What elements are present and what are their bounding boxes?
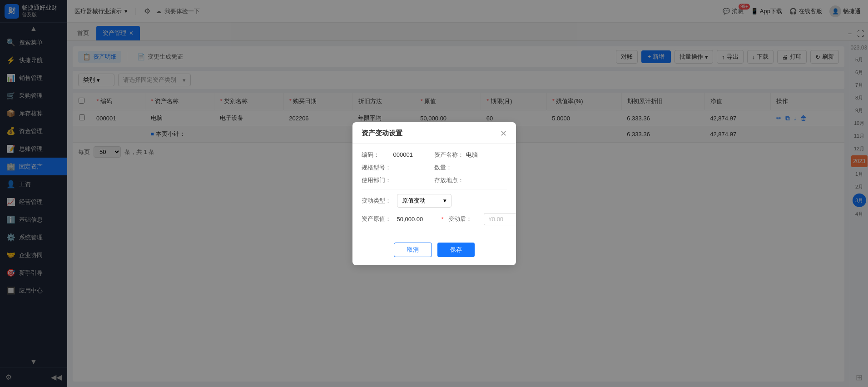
dialog-after-label: 变动后： <box>448 215 480 223</box>
dialog-cancel-btn[interactable]: 取消 <box>394 243 432 257</box>
dialog-change-type-row: 变动类型： 原值变动 ▾ <box>362 194 507 208</box>
dialog-close-btn[interactable]: ✕ <box>500 129 507 139</box>
dialog-divider <box>362 189 507 189</box>
dialog-change-type-select[interactable]: 原值变动 ▾ <box>397 194 451 208</box>
dialog-dept-label: 使用部门： <box>362 176 393 184</box>
dialog-footer: 取消 保存 <box>352 238 516 265</box>
dialog-location-label: 存放地点： <box>434 176 466 184</box>
dialog-name-label: 资产名称： <box>434 151 466 159</box>
dialog-value-row: 资产原值： 50,000.00 * 变动后： <box>362 213 507 225</box>
asset-change-dialog: 资产变动设置 ✕ 编码： 000001 资产名称： 电脑 规格型号： 数量： 使… <box>352 122 516 265</box>
dialog-original-value-display: 50,000.00 <box>397 216 438 223</box>
dialog-row-code: 编码： 000001 资产名称： 电脑 <box>362 151 507 159</box>
dialog-row-spec: 规格型号： 数量： <box>362 164 507 172</box>
dialog-save-btn[interactable]: 保存 <box>437 243 475 257</box>
dialog-spec-label: 规格型号： <box>362 164 393 172</box>
dialog-header: 资产变动设置 ✕ <box>352 122 516 144</box>
dialog-code-value: 000001 <box>393 151 434 158</box>
change-type-dropdown-icon: ▾ <box>443 197 446 204</box>
dialog-after-input[interactable] <box>484 213 516 225</box>
dialog-qty-label: 数量： <box>434 164 466 172</box>
dialog-after-required: * <box>441 216 444 223</box>
dialog-change-type-label: 变动类型： <box>362 197 393 205</box>
dialog-title: 资产变动设置 <box>362 129 402 138</box>
dialog-body: 编码： 000001 资产名称： 电脑 规格型号： 数量： 使用部门： 存放地点… <box>352 144 516 238</box>
dialog-name-value: 电脑 <box>466 151 507 159</box>
dialog-overlay: 资产变动设置 ✕ 编码： 000001 资产名称： 电脑 规格型号： 数量： 使… <box>0 0 868 387</box>
dialog-row-dept: 使用部门： 存放地点： <box>362 176 507 184</box>
dialog-code-label: 编码： <box>362 151 393 159</box>
dialog-original-value-label: 资产原值： <box>362 215 393 223</box>
